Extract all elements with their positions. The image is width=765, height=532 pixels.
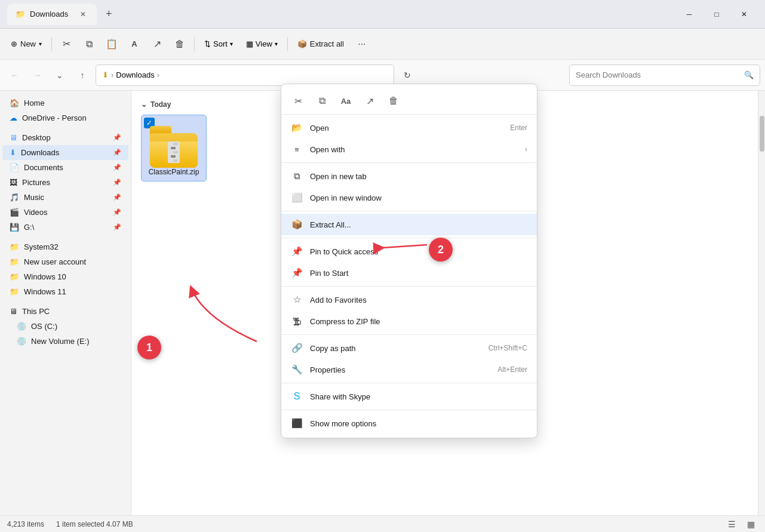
list-view-button[interactable]: ☰: [724, 517, 739, 531]
ctx-copy-button[interactable]: ⧉: [311, 91, 333, 110]
ctx-open-new-window[interactable]: ⬜ Open in new window: [281, 187, 537, 208]
videos-icon: 🎬: [10, 208, 19, 217]
new-button[interactable]: ⊕ New ▾: [5, 36, 48, 52]
rename-icon: A: [131, 39, 137, 48]
ctx-add-favorites[interactable]: ☆ Add to Favorites: [281, 289, 537, 310]
breadcrumb[interactable]: ⬇ › Downloads ›: [96, 64, 394, 86]
tab-folder-icon: 📁: [16, 10, 25, 19]
more-options-button[interactable]: ···: [351, 33, 373, 55]
ctx-cut-icon: ✂: [294, 96, 302, 107]
rename-button[interactable]: A: [124, 33, 145, 55]
sidebar-g-drive-label: G:\: [24, 223, 34, 232]
zip-folder-icon: [150, 120, 198, 168]
sidebar-pictures-label: Pictures: [22, 178, 50, 187]
ctx-compress-icon: 🗜: [291, 315, 303, 327]
g-drive-icon: 💾: [10, 223, 19, 232]
back-button[interactable]: ←: [5, 66, 24, 85]
sidebar-onedrive-label: OneDrive - Person: [22, 113, 87, 122]
videos-pin-icon: 📌: [113, 208, 121, 216]
ctx-share-skype[interactable]: S Share with Skype: [281, 386, 537, 407]
scrollbar-track[interactable]: [758, 91, 765, 515]
share-button[interactable]: ↗: [146, 33, 168, 55]
toolbar-separator-2: [194, 37, 195, 51]
scrollbar-thumb[interactable]: [760, 116, 764, 152]
copy-button[interactable]: ⧉: [78, 33, 100, 55]
grid-view-button[interactable]: ▦: [744, 517, 758, 531]
annotation-2: 2: [429, 238, 453, 262]
ctx-delete-button[interactable]: 🗑: [383, 91, 404, 110]
sidebar-item-windows11[interactable]: 📁 Windows 11: [2, 284, 128, 299]
search-box[interactable]: 🔍: [569, 64, 760, 86]
paste-button[interactable]: 📋: [101, 33, 122, 55]
sidebar-item-downloads[interactable]: ⬇ Downloads 📌: [2, 145, 128, 160]
ctx-pin-quick-label: Pin to Quick access: [310, 247, 527, 256]
sidebar-item-this-pc[interactable]: 🖥 This PC: [2, 304, 128, 319]
ctx-properties[interactable]: 🔧 Properties Alt+Enter: [281, 359, 537, 380]
ctx-extract-label: Extract All...: [310, 220, 527, 229]
ctx-extract-all[interactable]: 📦 Extract All...: [281, 214, 537, 235]
dropdown-button[interactable]: ⌄: [50, 66, 69, 85]
section-chevron: ⌄: [141, 100, 147, 109]
ctx-compress-zip[interactable]: 🗜 Compress to ZIP file: [281, 310, 537, 332]
ctx-more-options[interactable]: ⬛ Show more options: [281, 413, 537, 434]
delete-button[interactable]: 🗑: [169, 33, 191, 55]
sidebar-item-new-user[interactable]: 📁 New user account: [2, 254, 128, 269]
ctx-open[interactable]: 📂 Open Enter: [281, 117, 537, 139]
cut-button[interactable]: ✂: [56, 33, 77, 55]
ctx-copy-path-label: Copy as path: [310, 344, 481, 353]
sidebar-new-volume-label: New Volume (E:): [31, 337, 90, 346]
maximize-button[interactable]: □: [703, 4, 730, 25]
sidebar-item-documents[interactable]: 📄 Documents 📌: [2, 160, 128, 175]
new-tab-button[interactable]: +: [99, 5, 118, 24]
refresh-button[interactable]: ↻: [398, 66, 417, 85]
ctx-properties-shortcut: Alt+Enter: [497, 365, 527, 374]
selected-info: 1 item selected 4.07 MB: [56, 520, 133, 528]
sidebar-this-pc-label: This PC: [22, 307, 50, 316]
sidebar-item-onedrive[interactable]: ☁ OneDrive - Person: [2, 110, 128, 125]
minimize-button[interactable]: ─: [675, 4, 703, 25]
ctx-pin-quick[interactable]: 📌 Pin to Quick access: [281, 241, 537, 262]
statusbar: 4,213 items 1 item selected 4.07 MB ☰ ▦: [0, 515, 765, 532]
ctx-open-with-arrow: ›: [525, 145, 527, 153]
sidebar-item-g-drive[interactable]: 💾 G:\ 📌: [2, 220, 128, 235]
tab-downloads[interactable]: 📁 Downloads ✕: [7, 4, 97, 25]
ctx-copy-path[interactable]: 🔗 Copy as path Ctrl+Shift+C: [281, 337, 537, 359]
ctx-rename-button[interactable]: Aa: [335, 91, 357, 110]
search-input[interactable]: [576, 70, 744, 79]
sidebar-item-videos[interactable]: 🎬 Videos 📌: [2, 205, 128, 220]
sidebar-documents-label: Documents: [24, 163, 63, 172]
sidebar-item-os-c[interactable]: 💿 OS (C:): [2, 319, 128, 334]
file-item-classicpaint[interactable]: ✓ ClassicPaint.zip: [141, 115, 207, 182]
zip-tooth-4: [171, 155, 176, 158]
ctx-pin-start[interactable]: 📌 Pin to Start: [281, 262, 537, 284]
sidebar-item-music[interactable]: 🎵 Music 📌: [2, 190, 128, 205]
sidebar-item-system32[interactable]: 📁 System32: [2, 239, 128, 254]
sidebar-item-home[interactable]: 🏠 Home: [2, 96, 128, 110]
context-menu: ✂ ⧉ Aa ↗ 🗑 📂 Open Enter ≡ Open with › ⧉ …: [281, 84, 537, 438]
sort-button[interactable]: ⇅ Sort ▾: [198, 36, 239, 52]
view-button[interactable]: ▦ View ▾: [240, 36, 284, 52]
tab-close-button[interactable]: ✕: [78, 9, 88, 20]
search-icon: 🔍: [744, 70, 754, 79]
close-window-button[interactable]: ✕: [730, 4, 758, 25]
context-toolbar: ✂ ⧉ Aa ↗ 🗑: [281, 88, 537, 115]
sidebar-item-new-volume[interactable]: 💿 New Volume (E:): [2, 334, 128, 349]
sidebar-item-pictures[interactable]: 🖼 Pictures 📌: [2, 175, 128, 190]
ctx-cut-button[interactable]: ✂: [287, 91, 309, 110]
back-icon: ←: [10, 70, 19, 80]
sidebar-item-windows10[interactable]: 📁 Windows 10: [2, 269, 128, 284]
home-icon: 🏠: [10, 99, 19, 107]
extract-all-button[interactable]: 📦 Extract all: [291, 36, 350, 52]
os-c-icon: 💿: [17, 322, 26, 331]
sidebar-windows10-label: Windows 10: [24, 272, 66, 281]
sidebar-item-desktop[interactable]: 🖥 Desktop 📌: [2, 130, 128, 145]
forward-button[interactable]: →: [27, 66, 47, 85]
ctx-open-with[interactable]: ≡ Open with ›: [281, 139, 537, 160]
ctx-open-new-tab[interactable]: ⧉ Open in new tab: [281, 165, 537, 187]
new-dropdown-icon: ▾: [39, 41, 42, 47]
window-controls: ─ □ ✕: [675, 4, 758, 25]
ctx-skype-label: Share with Skype: [310, 392, 527, 401]
up-button[interactable]: ↑: [73, 66, 92, 85]
desktop-pin-icon: 📌: [113, 134, 121, 142]
ctx-share-button[interactable]: ↗: [359, 91, 380, 110]
